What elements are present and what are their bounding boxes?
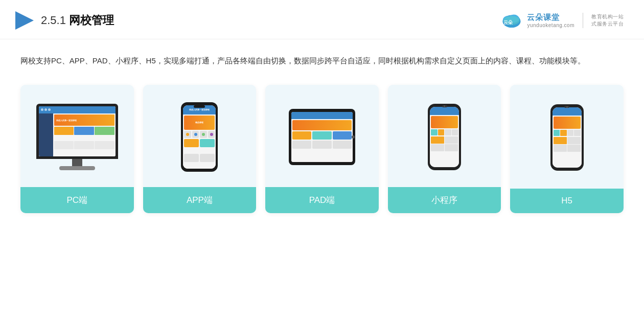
phone-banner-app: 精品课程 [184,116,215,130]
logo-icon: 云朵 [500,9,523,32]
pc-image-area: 招进人的第一堂冠课程 [20,85,134,187]
tablet-grid [292,131,352,149]
ps-h5-icon-1 [554,130,560,136]
ps-card-4 [445,144,458,151]
phone-cards-app [184,139,215,168]
main-content: 网校支持PC、APP、PAD、小程序、H5，实现多端打通，产品各终端自由切换，数… [0,39,644,225]
phone-header-mini [430,107,459,115]
logo-text: 云朵课堂 yunduoketang.com [527,13,574,28]
app-label: APP端 [143,187,257,213]
monitor-card-1 [54,127,74,135]
pad-image-area [265,85,379,187]
monitor-card-6 [95,141,114,149]
page-container: 2.5.1 网校管理 云朵 云朵课堂 yunduoketang.com 教育机构… [0,0,644,322]
phone-screen-mini [430,107,459,167]
phone-content-h5 [553,116,582,168]
ps-h5-card-3 [554,145,567,152]
pc-label: PC端 [20,187,134,213]
logo-area: 云朵 云朵课堂 yunduoketang.com 教育机构一站 式服务云平台 [500,9,624,32]
phone-mockup-h5 [550,104,584,171]
phone-icons-app [184,131,215,138]
ps-h5-card-1 [554,137,567,144]
ps-icon-1 [431,129,438,135]
phone-content-mini [430,115,459,167]
tablet-mockup [289,109,355,165]
phone-icon-3 [200,131,207,138]
phone-camera-h5 [564,106,569,108]
monitor-body: 招进人的第一堂冠课程 [36,104,118,159]
tablet-body-content [291,119,353,162]
phone-body-app: 招进人的第一堂冠课程 精品课程 [181,102,218,172]
tablet-screen [291,112,353,162]
tablet-header [291,112,353,119]
camera-dot-h5 [566,106,568,108]
tablet-item-4 [292,141,311,149]
ps-h5-icon-2 [560,130,567,136]
header-left: 2.5.1 网校管理 [15,11,114,30]
ps-icon-2 [438,129,445,135]
ps-card-2 [445,136,458,144]
phone-header-h5 [553,107,582,116]
ps-icon-3 [445,129,451,135]
header: 2.5.1 网校管理 云朵 云朵课堂 yunduoketang.com 教育机构… [0,0,644,39]
ps-icon-4 [452,129,458,135]
logo-divider [583,13,583,28]
ps-h5-icon-4 [574,130,581,136]
monitor-card-2 [74,127,94,135]
section-title: 网校管理 [69,14,114,27]
device-card-h5: H5 [510,85,624,213]
tagline-1: 教育机构一站 [591,13,624,20]
camera-dot [444,105,445,107]
ps-banner-mini [431,116,458,128]
ps-icons-h5 [554,130,581,136]
device-card-pad: PAD端 [265,85,379,213]
device-cards-row: 招进人的第一堂冠课程 [20,85,624,213]
miniapp-image-area [388,85,501,187]
miniapp-label: 小程序 [388,187,501,213]
monitor-main: 招进人的第一堂冠课程 [53,113,116,156]
device-card-app: 招进人的第一堂冠课程 精品课程 [143,85,257,213]
logo-url: yunduoketang.com [527,22,574,28]
tablet-item-6 [333,141,352,149]
page-title: 2.5.1 网校管理 [41,13,114,28]
phone-card-2 [200,139,215,147]
monitor-screen: 招进人的第一堂冠课程 [39,106,116,156]
tablet-item-2 [312,131,331,140]
h5-label: H5 [510,189,624,213]
ps-h5-card-2 [567,137,581,144]
ps-card-3 [431,144,444,151]
ps-h5-icon-3 [567,130,574,136]
phone-card-4 [200,154,215,162]
tablet-home [352,135,355,139]
tagline-2: 式服务云平台 [591,20,624,28]
monitor-base [59,166,95,170]
ps-icons-mini [431,129,458,135]
tablet-body [289,109,355,165]
phone-icon-1 [184,131,191,138]
phone-header-text-app: 招进人的第一堂冠课程 [189,108,210,111]
logo-tagline: 教育机构一站 式服务云平台 [591,13,624,28]
phone-body-content-app: 精品课程 [183,114,216,169]
monitor-content: 招进人的第一堂冠课程 [39,113,116,156]
device-card-miniapp: 小程序 [388,85,501,213]
logo-name: 云朵课堂 [527,13,560,22]
ps-card-1 [431,136,444,144]
phone-screen-h5 [553,107,582,168]
phone-icon-4 [208,131,215,138]
tablet-item-1 [292,131,311,140]
monitor-sidebar [39,113,53,156]
phone-notch-app [194,105,205,108]
monitor-mockup: 招进人的第一堂冠课程 [36,104,118,170]
h5-image-area [510,85,624,189]
tablet-banner [292,120,352,130]
phone-body-h5 [550,104,584,171]
ps-banner-h5 [554,117,581,129]
svg-text:云朵: 云朵 [504,20,514,25]
monitor-neck [72,159,82,166]
section-number: 2.5.1 [41,14,66,27]
monitor-banner-text: 招进人的第一堂冠课程 [56,119,77,121]
monitor-card-4 [54,141,74,149]
ps-cards-mini [431,136,458,151]
phone-card-3 [184,154,199,162]
monitor-screen-top [39,106,116,113]
